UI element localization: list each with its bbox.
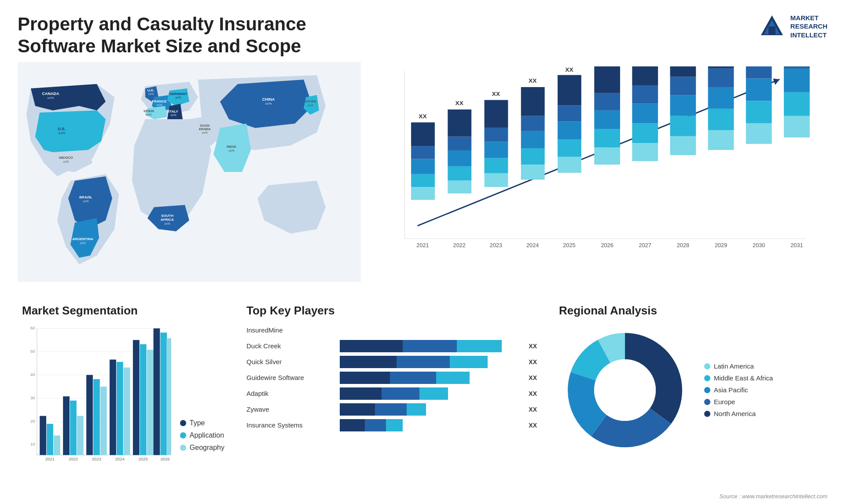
svg-rect-68	[558, 157, 581, 172]
player-name: Adaptik	[246, 390, 334, 397]
segmentation-title: Market Segmentation	[22, 304, 224, 318]
svg-rect-40	[411, 187, 435, 200]
list-item: Adaptik XX	[246, 387, 537, 400]
geography-dot	[180, 445, 186, 451]
list-item: Guidewire Software XX	[246, 372, 537, 384]
svg-text:xx%: xx%	[83, 200, 88, 203]
logo-text: MARKET RESEARCH INTELLECT	[790, 14, 827, 40]
players-title: Top Key Players	[246, 304, 537, 318]
player-name: Guidewire Software	[246, 374, 334, 381]
svg-rect-61	[521, 164, 545, 179]
svg-text:2031: 2031	[790, 242, 803, 248]
svg-text:2025: 2025	[563, 242, 575, 248]
svg-rect-86	[632, 66, 658, 85]
legend-latin-america: Latin America	[704, 362, 773, 370]
svg-text:xx%: xx%	[164, 222, 170, 225]
main-content: CANADA xx% U.S. xx% MEXICO xx% BRAZIL xx…	[0, 62, 845, 484]
svg-text:xx%: xx%	[307, 104, 313, 107]
player-name: Insurance Systems	[246, 421, 334, 429]
svg-rect-90	[670, 116, 696, 136]
svg-text:50: 50	[30, 348, 35, 353]
svg-text:CHINA: CHINA	[262, 97, 275, 102]
svg-text:AFRICA: AFRICA	[161, 218, 174, 222]
svg-rect-70	[558, 121, 581, 139]
regional-title: Regional Analysis	[559, 304, 823, 318]
svg-text:CANADA: CANADA	[42, 91, 59, 96]
svg-text:xx%: xx%	[202, 131, 207, 134]
seg-chart-svg: 60 50 40 30 20 10	[22, 324, 171, 465]
svg-rect-91	[670, 95, 696, 116]
svg-text:XX: XX	[456, 100, 464, 106]
latin-america-label: Latin America	[714, 362, 754, 370]
svg-rect-64	[521, 116, 545, 131]
mea-dot	[704, 375, 710, 381]
player-bar-container	[340, 372, 520, 384]
svg-rect-152	[160, 332, 167, 455]
svg-rect-98	[708, 87, 734, 109]
svg-rect-137	[77, 416, 84, 455]
svg-rect-89	[670, 136, 696, 155]
svg-rect-77	[594, 110, 620, 129]
svg-text:20: 20	[30, 418, 35, 423]
donut-chart	[559, 324, 691, 456]
svg-text:xx%: xx%	[47, 96, 54, 100]
seg-chart: 60 50 40 30 20 10	[22, 324, 171, 465]
seg-chart-container: 60 50 40 30 20 10	[22, 324, 224, 465]
svg-text:ARGENTINA: ARGENTINA	[72, 237, 93, 241]
svg-text:2027: 2027	[639, 242, 651, 248]
player-value: XX	[529, 406, 537, 413]
svg-rect-143	[110, 359, 116, 455]
europe-dot	[704, 399, 710, 405]
svg-rect-133	[54, 435, 60, 455]
svg-text:2021: 2021	[45, 457, 55, 461]
player-bar-container	[340, 387, 520, 400]
svg-rect-104	[746, 101, 772, 123]
svg-text:xx%: xx%	[228, 149, 234, 152]
svg-rect-110	[784, 116, 810, 137]
list-item: InsuredMine	[246, 324, 537, 336]
svg-text:INDIA: INDIA	[227, 145, 236, 149]
svg-rect-62	[521, 148, 545, 164]
svg-text:JAPAN: JAPAN	[305, 99, 316, 103]
svg-rect-93	[670, 66, 696, 77]
svg-text:2023: 2023	[92, 457, 101, 461]
svg-text:2023: 2023	[490, 242, 502, 248]
svg-rect-71	[558, 105, 581, 121]
player-value: XX	[529, 390, 537, 397]
svg-text:2025: 2025	[139, 457, 148, 461]
player-name: Duck Creek	[246, 342, 334, 350]
svg-rect-100	[708, 66, 734, 68]
svg-rect-78	[594, 93, 620, 110]
svg-text:XX: XX	[419, 113, 427, 119]
player-bar-container	[340, 356, 520, 368]
player-name: InsuredMine	[246, 326, 334, 334]
svg-rect-63	[521, 131, 545, 148]
svg-text:2026: 2026	[160, 457, 169, 461]
legend-type: Type	[180, 419, 224, 427]
svg-rect-84	[632, 103, 658, 123]
svg-text:xx%: xx%	[58, 131, 65, 135]
player-bar-container	[340, 419, 520, 431]
bar-chart-section: XX 2021 XX 2022	[370, 62, 827, 291]
player-bar-container	[340, 324, 537, 336]
logo: MARKET RESEARCH INTELLECT	[759, 13, 827, 40]
player-bar-container	[340, 403, 520, 416]
seg-legend: Type Application Geography	[180, 419, 224, 465]
svg-text:2024: 2024	[526, 242, 539, 248]
player-value: XX	[529, 374, 537, 381]
svg-rect-147	[133, 340, 140, 455]
north-america-dot	[704, 411, 710, 417]
svg-rect-76	[594, 129, 620, 147]
europe-label: Europe	[714, 398, 735, 405]
svg-rect-83	[632, 123, 658, 143]
source-text: Source : www.marketresearchintellect.com	[719, 493, 827, 500]
svg-text:BRAZIL: BRAZIL	[79, 195, 92, 199]
map-section: CANADA xx% U.S. xx% MEXICO xx% BRAZIL xx…	[18, 62, 361, 291]
svg-rect-99	[708, 68, 734, 87]
svg-point-160	[594, 359, 656, 421]
svg-rect-75	[594, 147, 620, 164]
geography-label: Geography	[190, 444, 224, 452]
type-dot	[180, 420, 186, 426]
svg-rect-145	[124, 367, 130, 455]
svg-rect-85	[632, 85, 658, 103]
